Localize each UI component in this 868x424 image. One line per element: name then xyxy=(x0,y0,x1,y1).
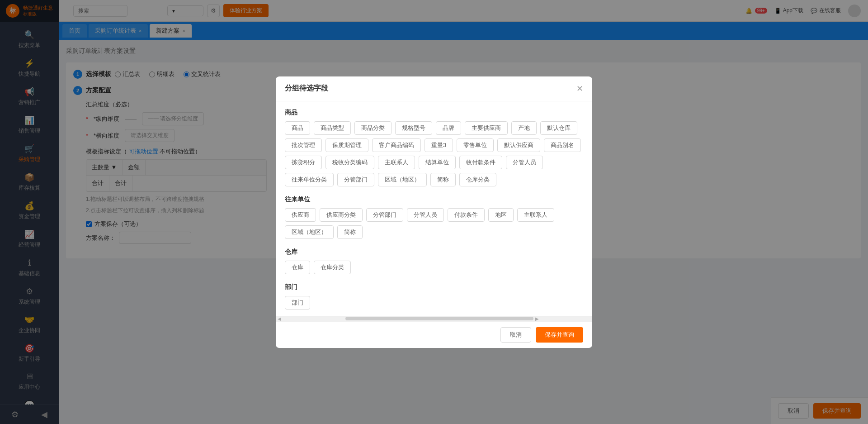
field-tag-2-1[interactable]: 仓库分类 xyxy=(314,261,351,274)
dialog-footer: 取消 保存并查询 xyxy=(276,321,592,348)
field-tag-2-0[interactable]: 仓库 xyxy=(285,261,310,274)
field-tag-3-0[interactable]: 部门 xyxy=(285,296,310,310)
field-tag-0-15[interactable]: 拣货积分 xyxy=(285,156,322,169)
field-section-0: 商品商品商品类型商品分类规格型号品牌主要供应商产地默认仓库批次管理保质期管理客户… xyxy=(285,109,583,186)
field-tag-0-14[interactable]: 商品别名 xyxy=(544,138,581,152)
field-tag-0-25[interactable]: 仓库分类 xyxy=(459,173,496,186)
field-tag-0-3[interactable]: 规格型号 xyxy=(395,121,432,135)
dialog-body: 商品商品商品类型商品分类规格型号品牌主要供应商产地默认仓库批次管理保质期管理客户… xyxy=(276,101,592,316)
field-tag-1-1[interactable]: 供应商分类 xyxy=(320,208,363,222)
field-tags-1: 供应商供应商分类分管部门分管人员付款条件地区主联系人区域（地区）简称 xyxy=(285,208,583,239)
field-tag-0-8[interactable]: 批次管理 xyxy=(285,138,322,152)
field-tag-0-23[interactable]: 区域（地区） xyxy=(378,173,427,186)
dialog-title: 分组待选字段 xyxy=(285,84,328,93)
field-tag-0-0[interactable]: 商品 xyxy=(285,121,310,135)
field-tag-0-9[interactable]: 保质期管理 xyxy=(326,138,368,152)
field-tag-0-21[interactable]: 往来单位分类 xyxy=(285,173,334,186)
field-tag-0-4[interactable]: 品牌 xyxy=(436,121,461,135)
field-tag-0-22[interactable]: 分管部门 xyxy=(337,173,374,186)
field-tag-0-16[interactable]: 税收分类编码 xyxy=(326,156,374,169)
field-section-title-2: 仓库 xyxy=(285,248,583,256)
field-section-3: 部门部门 xyxy=(285,283,583,310)
field-tag-0-7[interactable]: 默认仓库 xyxy=(540,121,577,135)
dialog-close-button[interactable]: ✕ xyxy=(576,84,583,94)
field-tag-1-7[interactable]: 区域（地区） xyxy=(285,225,334,239)
field-tag-1-0[interactable]: 供应商 xyxy=(285,208,316,222)
field-tag-0-19[interactable]: 收付款条件 xyxy=(459,156,502,169)
field-tag-0-24[interactable]: 简称 xyxy=(430,173,456,186)
field-tag-0-18[interactable]: 结算单位 xyxy=(419,156,456,169)
field-tag-0-20[interactable]: 分管人员 xyxy=(506,156,543,169)
field-section-2: 仓库仓库仓库分类 xyxy=(285,248,583,274)
field-tag-0-6[interactable]: 产地 xyxy=(511,121,537,135)
field-tag-0-10[interactable]: 客户商品编码 xyxy=(372,138,421,152)
field-tag-0-17[interactable]: 主联系人 xyxy=(378,156,415,169)
field-section-title-3: 部门 xyxy=(285,283,583,291)
dialog-header: 分组待选字段 ✕ xyxy=(276,76,592,101)
field-section-1: 往来单位供应商供应商分类分管部门分管人员付款条件地区主联系人区域（地区）简称 xyxy=(285,195,583,239)
dialog-cancel-button[interactable]: 取消 xyxy=(500,327,531,343)
field-tag-1-2[interactable]: 分管部门 xyxy=(366,208,403,222)
field-tag-0-11[interactable]: 重量3 xyxy=(425,138,453,152)
field-tag-1-5[interactable]: 地区 xyxy=(488,208,514,222)
field-tags-0: 商品商品类型商品分类规格型号品牌主要供应商产地默认仓库批次管理保质期管理客户商品… xyxy=(285,121,583,186)
field-section-title-1: 往来单位 xyxy=(285,195,583,204)
field-tag-1-6[interactable]: 主联系人 xyxy=(517,208,554,222)
field-tag-0-1[interactable]: 商品类型 xyxy=(314,121,351,135)
field-tags-3: 部门 xyxy=(285,296,583,310)
hscroll-thumb[interactable] xyxy=(345,317,533,320)
field-tag-1-4[interactable]: 付款条件 xyxy=(448,208,485,222)
field-tag-1-8[interactable]: 简称 xyxy=(337,225,363,239)
field-tag-1-3[interactable]: 分管人员 xyxy=(407,208,444,222)
dialog: 分组待选字段 ✕ 商品商品商品类型商品分类规格型号品牌主要供应商产地默认仓库批次… xyxy=(276,76,592,348)
modal-overlay: 分组待选字段 ✕ 商品商品商品类型商品分类规格型号品牌主要供应商产地默认仓库批次… xyxy=(0,0,868,424)
field-section-title-0: 商品 xyxy=(285,109,583,117)
field-tag-0-2[interactable]: 商品分类 xyxy=(354,121,392,135)
dialog-save-button[interactable]: 保存并查询 xyxy=(536,327,583,343)
field-tag-0-5[interactable]: 主要供应商 xyxy=(465,121,508,135)
field-tag-0-12[interactable]: 零售单位 xyxy=(457,138,494,152)
field-tag-0-13[interactable]: 默认供应商 xyxy=(497,138,540,152)
field-tags-2: 仓库仓库分类 xyxy=(285,261,583,274)
dialog-horizontal-scrollbar[interactable]: ◀ ▶ xyxy=(276,316,592,321)
